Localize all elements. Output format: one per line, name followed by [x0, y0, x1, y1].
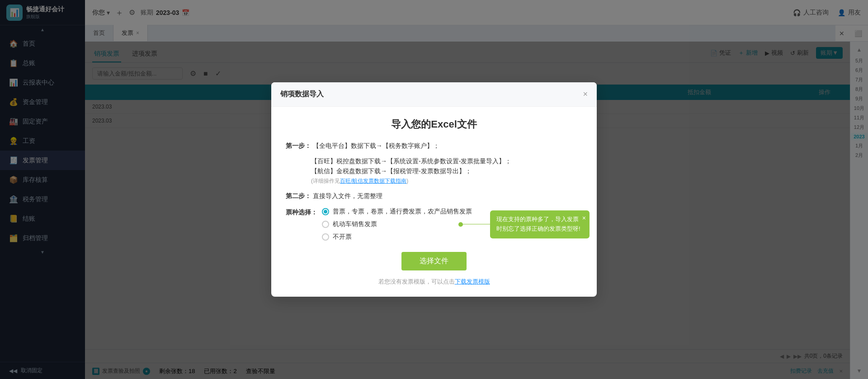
step1-label: 第一步：: [286, 142, 311, 149]
download-template-link[interactable]: 下载发票模版: [455, 278, 490, 285]
radio-group: 普票，专票，卷票，通行费发票，农产品销售发票 机动车销售发票 × 现在支持的票种…: [322, 208, 472, 241]
step1-row: 第一步： 【全电平台】数据下载→【税务数字账户】；: [286, 142, 582, 150]
ticket-select-label: 票种选择：: [286, 208, 317, 217]
step1-line2: 【百旺】税控盘数据下载→【系统设置-系统参数设置-发票批量导入】；: [286, 157, 582, 166]
step2-text: 直接导入文件，无需整理: [313, 192, 382, 199]
radio-label-2: 机动车销售发票: [333, 220, 377, 228]
modal-title: 销项数据导入: [280, 90, 324, 99]
tooltip-area: × 现在支持的票种多了，导入发票时别忘了选择正确的发票类型呀!: [458, 210, 590, 238]
ticket-select-row: 票种选择： 普票，专票，卷票，通行费发票，农产品销售发票 机动车销售发票: [286, 208, 582, 241]
step1-line3: 【航信】金税盘数据下载→【报税管理-发票数据导出】；: [286, 167, 582, 175]
footer-prefix: 若您没有发票模版，可以点击: [378, 278, 455, 285]
tooltip-box: × 现在支持的票种多了，导入发票时别忘了选择正确的发票类型呀!: [490, 210, 590, 238]
modal-header: 销项数据导入 ×: [271, 82, 597, 107]
radio-label-1: 普票，专票，卷票，通行费发票，农产品销售发票: [333, 208, 472, 216]
select-file-container: 选择文件: [286, 252, 582, 270]
radio-circle-2: [322, 221, 329, 228]
tooltip-close-btn[interactable]: ×: [582, 213, 586, 223]
modal-body: 导入您的Excel文件 第一步： 【全电平台】数据下载→【税务数字账户】； 【百…: [271, 107, 597, 297]
step2-row: 第二步： 直接导入文件，无需整理: [286, 192, 582, 200]
modal-main-title: 导入您的Excel文件: [286, 118, 582, 131]
radio-circle-3: [322, 233, 329, 241]
modal-close-btn[interactable]: ×: [583, 90, 588, 99]
modal-overlay: 销项数据导入 × 导入您的Excel文件 第一步： 【全电平台】数据下载→【税务…: [0, 0, 868, 379]
radio-option-1[interactable]: 普票，专票，卷票，通行费发票，农产品销售发票: [322, 208, 472, 216]
radio-dot-1: [324, 210, 327, 213]
radio-option-3[interactable]: 不开票: [322, 233, 472, 241]
step1-hint: (详细操作见百旺/航信发票数据下载指南): [286, 177, 582, 185]
hint-suffix: ): [406, 178, 408, 184]
radio-option-2[interactable]: 机动车销售发票 × 现在支持的票种多了，导入发票时别忘了选择正确的发票类型呀!: [322, 220, 472, 228]
tooltip-dot: [458, 222, 463, 227]
tooltip-text: 现在支持的票种多了，导入发票时别忘了选择正确的发票类型呀!: [496, 216, 580, 232]
step2-label: 第二步：: [286, 192, 311, 199]
hint-link[interactable]: 百旺/航信发票数据下载指南: [340, 178, 406, 184]
select-file-btn[interactable]: 选择文件: [401, 252, 467, 270]
radio-circle-1: [322, 208, 329, 215]
modal-footer: 若您没有发票模版，可以点击下载发票模版: [286, 278, 582, 286]
step1-line1: 【全电平台】数据下载→【税务数字账户】；: [313, 142, 439, 149]
tooltip-line: [463, 224, 490, 225]
radio-label-3: 不开票: [333, 233, 352, 241]
hint-prefix: (详细操作见: [311, 178, 340, 184]
import-modal: 销项数据导入 × 导入您的Excel文件 第一步： 【全电平台】数据下载→【税务…: [271, 82, 597, 297]
